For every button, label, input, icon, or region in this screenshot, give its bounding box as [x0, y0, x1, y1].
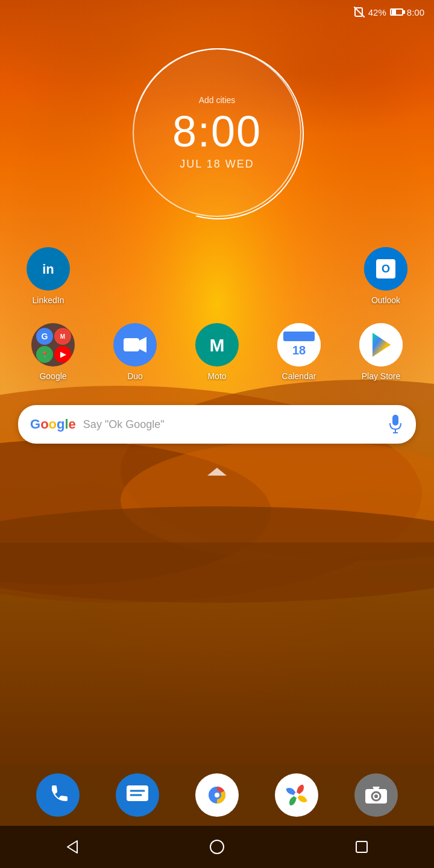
battery-percent: 42% [368, 7, 386, 17]
clock-widget[interactable]: Add cities 8:00 JUL 18 WED [0, 48, 434, 217]
svg-text:O: O [382, 263, 390, 275]
dock [0, 764, 434, 826]
status-bar: 42% 8:00 [0, 0, 434, 24]
app-linkedin[interactable]: in LinkedIn [18, 247, 78, 305]
chevron-up-icon [207, 468, 227, 476]
battery-icon [390, 8, 403, 16]
dock-photos[interactable] [275, 773, 318, 817]
drawer-handle[interactable] [0, 456, 434, 488]
app-moto[interactable]: M Moto [187, 323, 247, 381]
google-logo: Google [30, 417, 76, 432]
google-folder-icon: G M 📍 ▶ [31, 323, 75, 366]
duo-label: Duo [127, 371, 143, 381]
mic-icon[interactable] [387, 416, 404, 433]
svg-marker-16 [139, 337, 146, 353]
linkedin-label: LinkedIn [33, 295, 64, 305]
clock-circle[interactable]: Add cities 8:00 JUL 18 WED [133, 48, 301, 217]
moto-icon: M [195, 323, 239, 366]
svg-rect-19 [283, 332, 315, 341]
screen-content: 42% 8:00 Add cities 8:00 JUL 18 WED in L… [0, 0, 434, 868]
linkedin-icon: in [27, 247, 70, 291]
svg-marker-40 [68, 841, 77, 853]
dock-phone[interactable] [36, 773, 80, 817]
app-outlook[interactable]: O Outlook [356, 247, 416, 305]
status-time: 8:00 [407, 7, 424, 17]
outlook-label: Outlook [371, 295, 400, 305]
calendar-icon: 18 [277, 323, 321, 366]
app-duo[interactable]: Duo [105, 323, 165, 381]
clock-date: JUL 18 WED [180, 158, 254, 171]
middle-apps-row: G M 📍 ▶ Google [0, 311, 434, 381]
search-placeholder: Say "Ok Google" [83, 418, 387, 431]
duo-icon [113, 323, 157, 366]
playstore-label: Play Store [362, 371, 401, 381]
svg-point-36 [294, 793, 299, 797]
dock-chrome[interactable] [195, 773, 239, 817]
svg-rect-42 [356, 841, 367, 852]
svg-text:18: 18 [292, 344, 306, 357]
playstore-icon [359, 323, 403, 366]
clock-time: 8:00 [172, 110, 262, 153]
nav-back-button[interactable] [57, 832, 87, 862]
calendar-label: Calendar [282, 371, 316, 381]
svg-rect-27 [127, 785, 148, 801]
svg-rect-15 [124, 338, 139, 351]
dock-messages[interactable] [116, 773, 159, 817]
outlook-icon: O [364, 247, 407, 291]
nav-home-button[interactable] [202, 832, 232, 862]
no-sim-icon [354, 7, 365, 17]
app-calendar[interactable]: 18 Calendar [269, 323, 329, 381]
nav-bar [0, 826, 434, 868]
svg-text:M: M [210, 335, 225, 355]
app-google-folder[interactable]: G M 📍 ▶ Google [23, 323, 83, 381]
svg-point-39 [374, 794, 378, 798]
svg-point-41 [210, 840, 224, 854]
add-cities-label: Add cities [199, 95, 236, 105]
top-apps-row: in LinkedIn O Outlook [0, 229, 434, 305]
google-label: Google [39, 371, 66, 381]
google-search-bar[interactable]: Google Say "Ok Google" [18, 405, 416, 444]
nav-recents-button[interactable] [347, 832, 377, 862]
svg-text:in: in [42, 262, 54, 277]
moto-label: Moto [207, 371, 226, 381]
dock-camera[interactable] [354, 773, 398, 817]
app-playstore[interactable]: Play Store [351, 323, 411, 381]
svg-rect-24 [392, 415, 398, 426]
svg-point-34 [215, 793, 219, 797]
